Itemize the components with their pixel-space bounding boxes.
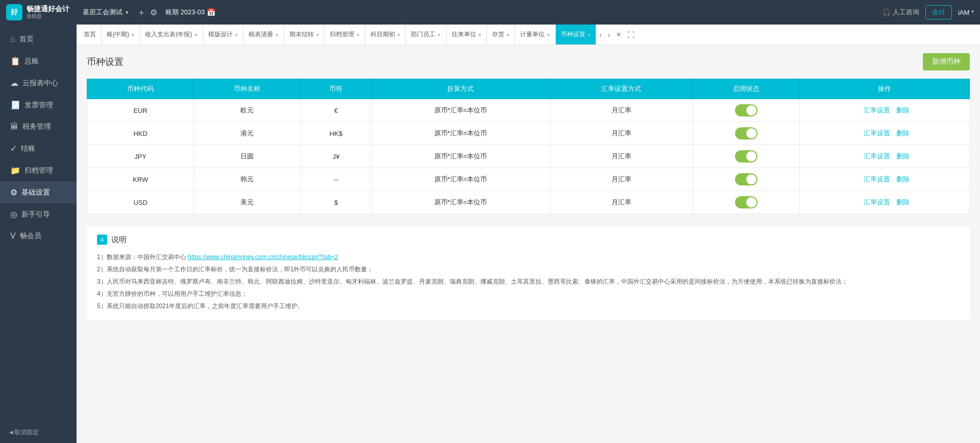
dropdown-icon[interactable]: ▾ xyxy=(126,9,129,16)
tab-income-close[interactable]: × xyxy=(194,32,197,38)
tab-next-btn[interactable]: › xyxy=(605,25,614,44)
support-button[interactable]: 🎧 人工咨询 xyxy=(883,8,919,17)
toggle-switch-USD[interactable] xyxy=(735,196,757,208)
tab-home-label: 首页 xyxy=(84,30,96,39)
col-symbol: 币符 xyxy=(301,79,372,99)
chinamoney-link[interactable]: https://www.chinamoney.com.cn/chinese/bk… xyxy=(188,253,338,261)
sidebar-label-invoice: 发票管理 xyxy=(24,101,53,110)
notes-item: 4）无官方牌价的币种，可以用用户手工维护汇率信息； xyxy=(97,288,960,300)
tab-dept-close[interactable]: × xyxy=(437,32,440,38)
tab-currency-close[interactable]: × xyxy=(587,32,591,38)
tab-dept-label: 部门员工 xyxy=(411,30,435,39)
tab-unit-label: 计量单位 xyxy=(520,30,545,39)
sidebar-item-archive[interactable]: 📁 归档管理 xyxy=(0,159,77,181)
tab-inventory[interactable]: 存货 × xyxy=(487,25,515,44)
sidebar-item-reports[interactable]: ☁ 云报表中心 xyxy=(0,72,77,94)
calendar-icon[interactable]: 📅 xyxy=(207,8,215,16)
cell-status xyxy=(693,99,799,122)
sidebar-item-member[interactable]: V 畅会员 xyxy=(0,225,77,247)
tab-subject-label: 科目期初 xyxy=(371,30,395,39)
cell-code: JPY xyxy=(87,145,194,168)
sidebar-pin-toggle[interactable]: ◄取消固定 xyxy=(0,422,77,443)
content-area: 首页 账(中期) × 收入支出表(年报) × 模版设计 × 税表清册 × 期末结… xyxy=(77,25,980,443)
tab-period-close-x[interactable]: × xyxy=(316,32,319,38)
tab-archive-close[interactable]: × xyxy=(356,32,359,38)
table-row: USD 美元 $ 原币*汇率=本位币 月汇率 汇率设置 删除 xyxy=(87,191,970,214)
tab-unit[interactable]: 计量单位 × xyxy=(515,25,555,44)
tab-taxclear[interactable]: 税表清册 × xyxy=(243,25,284,44)
tab-customers-close[interactable]: × xyxy=(478,32,481,38)
toggle-switch-JPY[interactable] xyxy=(735,150,757,162)
rate-setting-link-JPY[interactable]: 汇率设置 xyxy=(864,152,890,160)
sidebar-item-closing[interactable]: ✓ 结账 xyxy=(0,137,77,159)
tab-period-close[interactable]: 期末结转 × xyxy=(284,25,325,44)
delete-link-KRW[interactable]: 删除 xyxy=(896,175,910,183)
sidebar-item-guide[interactable]: ◎ 新手引导 xyxy=(0,203,77,225)
sidebar: ⌂ 首页 📋 总账 ☁ 云报表中心 🧾 发票管理 🏛 税务管理 ✓ 结账 📁 归… xyxy=(0,25,77,443)
rate-setting-link-HKD[interactable]: 汇率设置 xyxy=(864,129,890,137)
delete-link-JPY[interactable]: 删除 xyxy=(896,152,910,160)
delete-link-EUR[interactable]: 删除 xyxy=(896,106,910,114)
home-icon: ⌂ xyxy=(10,35,15,44)
notes-list: 1）数据来源：中国外汇交易中心 https://www.chinamoney.c… xyxy=(97,251,960,312)
rate-setting-link-KRW[interactable]: 汇率设置 xyxy=(864,175,890,183)
notes-icon: ≡ xyxy=(97,235,107,245)
add-icon[interactable]: ＋ xyxy=(137,6,146,18)
tab-prev-btn[interactable]: ‹ xyxy=(596,25,605,44)
tab-unit-close[interactable]: × xyxy=(547,32,550,38)
table-row: JPY 日圆 J¥ 原币*汇率=本位币 月汇率 汇率设置 删除 xyxy=(87,145,970,168)
delete-link-USD[interactable]: 删除 xyxy=(896,198,910,206)
cell-name: 日圆 xyxy=(194,145,301,168)
sidebar-item-invoice[interactable]: 🧾 发票管理 xyxy=(0,94,77,116)
tab-close-all-btn[interactable]: × xyxy=(614,25,624,44)
cell-code: KRW xyxy=(87,168,194,191)
sidebar-item-settings[interactable]: ⚙ 基础设置 xyxy=(0,181,77,203)
new-currency-button[interactable]: 新增币种 xyxy=(923,53,970,71)
sidebar-item-tax[interactable]: 🏛 税务管理 xyxy=(0,116,77,137)
page-title-bar: 币种设置 新增币种 xyxy=(87,53,970,71)
tab-template-label: 模版设计 xyxy=(208,30,233,39)
tab-customers[interactable]: 往来单位 × xyxy=(447,25,487,44)
sidebar-item-home[interactable]: ⌂ 首页 xyxy=(0,29,77,50)
cell-actions: 汇率设置 删除 xyxy=(799,122,969,145)
tab-inventory-close[interactable]: × xyxy=(506,32,509,38)
cell-rate-type: 月汇率 xyxy=(550,99,693,122)
header-actions: ＋ ⚙ xyxy=(137,6,157,18)
table-row: EUR 欧元 € 原币*汇率=本位币 月汇率 汇率设置 删除 xyxy=(87,99,970,122)
tab-income[interactable]: 收入支出表(年报) × xyxy=(140,25,203,44)
col-actions: 操作 xyxy=(799,79,969,99)
tab-template-close[interactable]: × xyxy=(235,32,238,38)
cell-rate-type: 月汇率 xyxy=(550,145,693,168)
settings-icon[interactable]: ⚙ xyxy=(150,8,157,17)
tab-currency[interactable]: 币种设置 × xyxy=(556,25,596,44)
toggle-switch-EUR[interactable] xyxy=(735,104,757,116)
cloud-icon: ☁ xyxy=(10,78,18,88)
tab-taxclear-close[interactable]: × xyxy=(275,32,278,38)
tab-income-label: 收入支出表(年报) xyxy=(145,30,192,39)
notes-item: 1）数据来源：中国外汇交易中心 https://www.chinamoney.c… xyxy=(97,251,960,263)
tab-archive[interactable]: 归档管理 × xyxy=(325,25,365,44)
rate-setting-link-EUR[interactable]: 汇率设置 xyxy=(864,106,890,114)
tab-dept[interactable]: 部门员工 × xyxy=(406,25,446,44)
tab-subject[interactable]: 科目期初 × xyxy=(365,25,406,44)
tab-archive-label: 归档管理 xyxy=(330,30,354,39)
tab-period-close[interactable]: × xyxy=(131,32,134,38)
tax-icon: 🏛 xyxy=(10,122,18,131)
rate-setting-link-USD[interactable]: 汇率设置 xyxy=(864,198,890,206)
tab-template[interactable]: 模版设计 × xyxy=(203,25,243,44)
delete-link-HKD[interactable]: 删除 xyxy=(896,129,910,137)
toggle-switch-HKD[interactable] xyxy=(735,127,757,139)
logo-sub: 旗舰版 xyxy=(27,13,69,20)
tab-expand-btn[interactable]: ⛶ xyxy=(624,25,638,44)
tab-period[interactable]: 账(中期) × xyxy=(102,25,140,44)
cell-actions: 汇率设置 删除 xyxy=(799,191,969,214)
tab-period-label: 账(中期) xyxy=(107,30,129,39)
account-button[interactable]: 会计 xyxy=(925,5,952,19)
tab-home[interactable]: 首页 xyxy=(79,25,102,44)
toggle-switch-KRW[interactable] xyxy=(735,173,757,185)
cell-status xyxy=(693,168,799,191)
sidebar-item-ledger[interactable]: 📋 总账 xyxy=(0,50,77,72)
sidebar-label-settings: 基础设置 xyxy=(21,188,50,197)
tab-subject-close[interactable]: × xyxy=(397,32,400,38)
cell-code: USD xyxy=(87,191,194,214)
